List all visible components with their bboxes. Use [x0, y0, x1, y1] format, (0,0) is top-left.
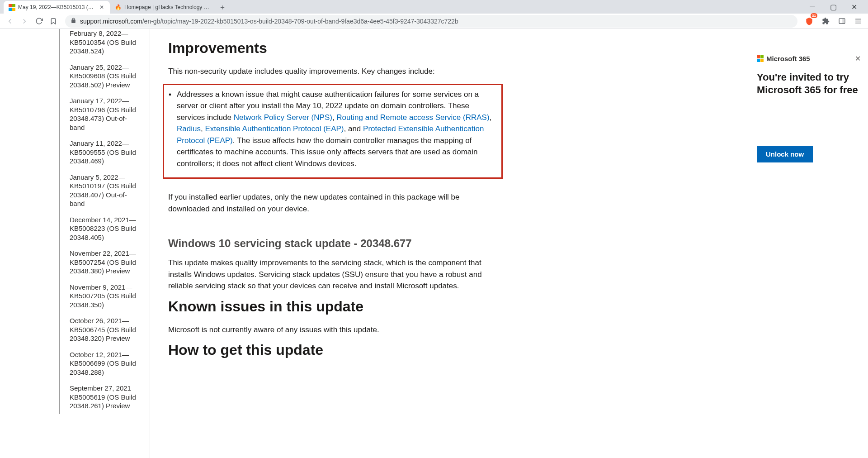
sidebar-item[interactable]: November 22, 2021—KB5007254 (OS Build 20…: [60, 245, 141, 279]
promo-panel: Microsoft 365 ✕ You're invited to try Mi…: [757, 54, 861, 162]
sidebar-item[interactable]: January 17, 2022—KB5010796 (OS Build 203…: [60, 93, 141, 135]
tab-title: May 19, 2022—KB5015013 (OS Bu: [18, 4, 95, 10]
microsoft-logo-icon: [757, 55, 764, 62]
sidebar-item[interactable]: October 26, 2021—KB5006745 (OS Build 203…: [60, 313, 141, 347]
url-text: support.microsoft.com/en-gb/topic/may-19…: [80, 18, 792, 25]
main-content: Improvements This non-security update in…: [150, 29, 521, 458]
menu-icon[interactable]: [852, 15, 864, 28]
sidebar-item[interactable]: January 25, 2022—KB5009608 (OS Build 203…: [60, 59, 141, 93]
window-controls: ─ ▢ ✕: [802, 0, 864, 14]
heading-improvements: Improvements: [168, 40, 503, 57]
forward-button[interactable]: [18, 15, 31, 28]
page-viewport[interactable]: February 8, 2022—KB5010354 (OS Build 203…: [0, 29, 868, 458]
promo-cta-button[interactable]: Unlock now: [757, 146, 813, 162]
sidebar-item[interactable]: January 11, 2022—KB5009555 (OS Build 203…: [60, 135, 141, 169]
promo-title: You're invited to try Microsoft 365 for …: [757, 71, 861, 96]
sidebar-item[interactable]: November 9, 2021—KB5007205 (OS Build 203…: [60, 279, 141, 313]
intro-paragraph: This non-security update includes qualit…: [168, 66, 503, 77]
sidebar-item[interactable]: January 5, 2022—KB5010197 (OS Build 2034…: [60, 169, 141, 212]
link-nps[interactable]: Network Policy Server (NPS): [234, 113, 332, 122]
heading-how-to-get: How to get this update: [168, 342, 503, 358]
tab-bar: May 19, 2022—KB5015013 (OS Bu ✕ 🔥 Homepa…: [0, 0, 868, 14]
sidebar-toggle-icon[interactable]: [835, 15, 848, 28]
browser-chrome: May 19, 2022—KB5015013 (OS Bu ✕ 🔥 Homepa…: [0, 0, 868, 29]
favicon-microsoft-icon: [8, 4, 15, 11]
address-bar[interactable]: support.microsoft.com/en-gb/topic/may-19…: [65, 15, 797, 28]
close-tab-icon[interactable]: ✕: [98, 4, 105, 11]
heading-known-issues: Known issues in this update: [168, 298, 503, 315]
reload-button[interactable]: [33, 15, 45, 28]
favicon-ghacks-icon: 🔥: [114, 4, 122, 11]
link-rras[interactable]: Routing and Remote access Service (RRAS): [336, 113, 489, 122]
paragraph-earlier-updates: If you installed earlier updates, only t…: [168, 191, 503, 215]
maximize-button[interactable]: ▢: [823, 0, 844, 14]
bullet-item: Addresses a known issue that might cause…: [169, 89, 497, 170]
brave-shield-icon[interactable]: 31: [803, 15, 816, 28]
paragraph-ssu: This update makes quality improvements t…: [168, 257, 503, 292]
promo-close-button[interactable]: ✕: [855, 54, 861, 63]
sidebar-nav: February 8, 2022—KB5010354 (OS Build 203…: [0, 29, 150, 458]
sidebar-item[interactable]: October 12, 2021—KB5006699 (OS Build 203…: [60, 347, 141, 381]
link-radius[interactable]: Radius: [177, 124, 201, 133]
highlight-box: Addresses a known issue that might cause…: [163, 84, 503, 179]
new-tab-button[interactable]: ＋: [216, 1, 229, 14]
heading-ssu: Windows 10 servicing stack update - 2034…: [168, 237, 503, 250]
link-eap[interactable]: Extensible Authentication Protocol (EAP): [205, 124, 344, 133]
tab-title: Homepage | gHacks Technology News: [124, 4, 212, 10]
sidebar-item[interactable]: September 27, 2021—KB5005619 (OS Build 2…: [60, 380, 141, 414]
tab-inactive[interactable]: 🔥 Homepage | gHacks Technology News: [110, 1, 216, 14]
sidebar-item[interactable]: February 8, 2022—KB5010354 (OS Build 203…: [60, 29, 141, 59]
nav-bar: support.microsoft.com/en-gb/topic/may-19…: [0, 14, 868, 29]
sidebar-item[interactable]: December 14, 2021—KB5008223 (OS Build 20…: [60, 212, 141, 246]
close-window-button[interactable]: ✕: [844, 0, 864, 14]
minimize-button[interactable]: ─: [802, 0, 823, 14]
tab-active[interactable]: May 19, 2022—KB5015013 (OS Bu ✕: [4, 1, 110, 14]
extensions-icon[interactable]: [819, 15, 832, 28]
bookmark-button[interactable]: [47, 15, 60, 28]
svg-rect-0: [839, 19, 845, 24]
paragraph-known-issues: Microsoft is not currently aware of any …: [168, 324, 503, 336]
lock-icon: [71, 18, 76, 25]
shield-badge: 31: [811, 13, 817, 18]
back-button[interactable]: [4, 15, 16, 28]
promo-brand: Microsoft 365: [757, 55, 810, 62]
